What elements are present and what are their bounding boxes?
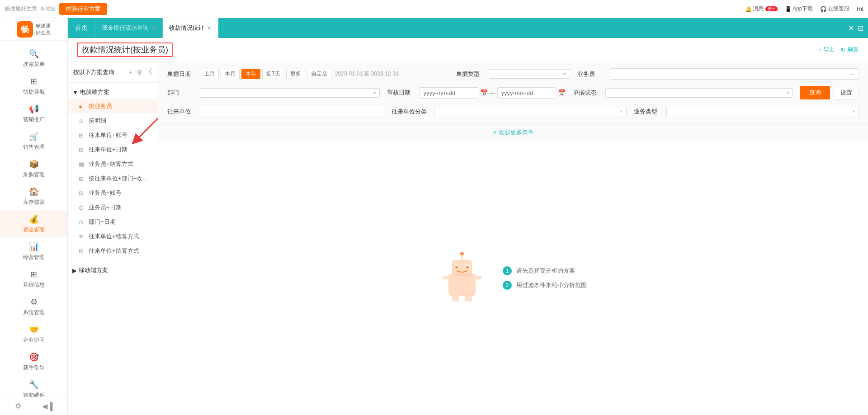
online-service[interactable]: 🎧 在线客服 xyxy=(820,5,849,13)
date-tab-last-month[interactable]: 上月 xyxy=(200,69,219,79)
collab-icon: 🤝 xyxy=(29,325,39,335)
counterpart-cat-select[interactable]: ▾ xyxy=(434,107,627,116)
scheme-item-salesperson-date[interactable]: ⊙ 业务员+日期 xyxy=(68,200,158,215)
window-maximize-icon[interactable]: ⊡ xyxy=(858,24,863,33)
active-scheme-icon: ● xyxy=(79,103,86,110)
biz-type-select[interactable]: ▾ xyxy=(666,107,859,116)
scheme-item-counterpart-account[interactable]: ⊞ 往来单位+账号 xyxy=(68,128,158,142)
date-separator: — xyxy=(490,90,495,96)
scheme-item-salesperson-settlement[interactable]: ▦ 业务员+结算方式 xyxy=(68,157,158,171)
grid3-icon: ⊞ xyxy=(79,146,86,153)
tab-receipts[interactable]: 收款情况统计 ✕ xyxy=(163,18,218,38)
collapse-sidebar-btn[interactable]: ◀▐ xyxy=(42,402,52,410)
tab-home[interactable]: 首页 xyxy=(68,18,95,38)
dept-chevron-icon: ▾ xyxy=(373,90,376,95)
salesperson-select[interactable]: ··· xyxy=(610,68,859,80)
audit-date-field: 📅 — 📅 xyxy=(420,87,566,99)
scheme-mobile-title[interactable]: ▶ 移动端方案 xyxy=(68,264,158,277)
sidebar-item-finance[interactable]: 💰 资金管理 xyxy=(0,210,67,237)
collapse-bar[interactable]: ∧ 收起更多条件 xyxy=(158,123,868,141)
audit-date-from-input[interactable] xyxy=(420,87,478,99)
system-icon: ⚙ xyxy=(30,297,38,307)
top-bar-right: 🔔 消息 99+ 📱 App下载 🎧 在线客服 Rit xyxy=(745,5,863,13)
refresh-button[interactable]: ↻ 刷新 xyxy=(840,46,859,54)
date-tab-this-year[interactable]: 本年 xyxy=(241,69,260,79)
counterpart-label: 往来单位 xyxy=(167,108,193,116)
sidebar-item-inventory[interactable]: 🏠 库存核算 xyxy=(0,182,67,210)
step-2-text: 用过滤条件来缩小分析范围 xyxy=(516,281,587,289)
dept-select[interactable]: ▾ xyxy=(200,88,380,98)
circle-icon: ⊙ xyxy=(79,204,86,211)
query-button[interactable]: 查询 xyxy=(800,86,830,99)
settings-scheme-btn[interactable]: ⚙ xyxy=(137,69,142,76)
search-icon: 🔍 xyxy=(29,49,39,59)
content-bottom: 1 请先选择要分析的方案 2 用过滤条件来缩小分析范围 xyxy=(158,141,868,415)
sidebar-item-collab[interactable]: 🤝 企业协同 xyxy=(0,320,67,348)
sidebar-item-operations[interactable]: 📊 经营管理 xyxy=(0,237,67,265)
refresh-icon: ↻ xyxy=(840,47,845,53)
basic-icon: ⊞ xyxy=(30,269,37,279)
scheme-item-counterpart-date[interactable]: ⊞ 往来单位+日期 xyxy=(68,142,158,157)
svg-point-8 xyxy=(460,252,464,255)
sidebar-item-sales[interactable]: 🛒 销售管理 xyxy=(0,127,67,155)
grid-icon: ⊞ xyxy=(30,76,37,86)
calendar-from-icon[interactable]: 📅 xyxy=(480,89,488,96)
notifications[interactable]: 🔔 消息 99+ xyxy=(745,5,778,13)
salesperson-label: 业务员 xyxy=(577,70,603,78)
top-bar-left: 畅捷通好生意 标准版 体验行业方案 xyxy=(5,3,745,15)
scheme-item-detail[interactable]: ≋ 按明细 xyxy=(68,113,158,128)
scheme-desktop-title[interactable]: ▼ 电脑端方案 xyxy=(68,85,158,99)
app-download[interactable]: 📱 App下载 xyxy=(785,5,813,13)
window-close-icon[interactable]: ✕ xyxy=(848,24,854,33)
date-tab-custom[interactable]: 自定义 xyxy=(307,69,331,79)
add-scheme-btn[interactable]: ＋ xyxy=(127,68,134,76)
scheme-panel: 按以下方案查询 ＋ ⚙ 《 xyxy=(68,62,158,415)
step-2-num: 2 xyxy=(503,281,512,290)
sidebar-item-system[interactable]: ⚙ 系统管理 xyxy=(0,292,67,320)
scheme-mobile-section: ▶ 移动端方案 xyxy=(68,261,158,280)
date-tab-more[interactable]: 更多 xyxy=(286,69,305,79)
scheme-item-dept-date[interactable]: ⊙ 部门+日期 xyxy=(68,215,158,229)
date-range-display: 2023-01-01 至 2023-12-31 xyxy=(335,70,399,78)
sidebar-item-marketing[interactable]: 📢 营销推广 xyxy=(0,99,67,127)
collapse-scheme-btn[interactable]: 《 xyxy=(145,67,152,77)
date-tab-7days[interactable]: 近7天 xyxy=(262,69,284,79)
svg-rect-12 xyxy=(465,295,472,302)
scheme-item-counterpart-settlement1[interactable]: ≋ 往来单位+结算方式 xyxy=(68,229,158,244)
scheme-item-counterpart-settlement2[interactable]: ⊞ 往来单位+结算方式 xyxy=(68,244,158,258)
sidebar-item-basic[interactable]: ⊞ 基础信息 xyxy=(0,265,67,292)
logo-icon: 畅 xyxy=(17,21,33,38)
scheme-item-salesperson[interactable]: ● 按业务员 xyxy=(68,99,158,113)
user-name[interactable]: Rit xyxy=(857,6,863,12)
doc-status-select[interactable]: ▾ xyxy=(605,88,793,98)
logo-text: 畅捷通好生意 xyxy=(36,23,51,36)
sidebar-item-quicknav[interactable]: ⊞ 快捷导航 xyxy=(0,72,67,99)
audit-date-to-input[interactable] xyxy=(497,87,556,99)
tab-close-cashflow[interactable]: ✕ xyxy=(151,25,156,31)
date-tab-this-month[interactable]: 本月 xyxy=(221,69,240,79)
marketing-icon: 📢 xyxy=(29,104,39,114)
counterpart-more-icon[interactable]: ··· xyxy=(373,108,378,115)
tab-cashflow[interactable]: 现金银行流水查询 ✕ xyxy=(95,18,163,38)
guide-icon: 🎯 xyxy=(29,352,39,362)
sidebar-item-hardware[interactable]: 🔧 智能硬件 xyxy=(0,375,67,397)
sidebar-item-guide[interactable]: 🎯 新手引导 xyxy=(0,348,67,375)
doc-type-select[interactable]: ▾ xyxy=(489,69,570,79)
export-button[interactable]: ↑ 导出 xyxy=(819,46,835,54)
dept-label: 部门 xyxy=(167,89,193,97)
tab-close-receipts[interactable]: ✕ xyxy=(207,25,212,31)
scheme-item-salesperson-account[interactable]: ⊞ 业务员+账号 xyxy=(68,186,158,200)
more-dots-icon[interactable]: ··· xyxy=(850,71,855,77)
cat-chevron-icon: ▾ xyxy=(620,109,623,114)
chevron-down-icon: ▼ xyxy=(72,89,78,96)
trial-button[interactable]: 体验行业方案 xyxy=(59,3,107,15)
chevron-down-icon: ▾ xyxy=(564,71,566,76)
sidebar-item-purchase[interactable]: 📦 采购管理 xyxy=(0,155,67,182)
settings-footer-btn[interactable]: ⚙ xyxy=(15,402,21,410)
scheme-item-counterpart-dept[interactable]: ⊞ 按往来单位+部门+收... xyxy=(68,171,158,186)
grid5-icon: ⊞ xyxy=(79,190,86,197)
calendar-to-icon[interactable]: 📅 xyxy=(558,89,566,96)
sidebar-item-search[interactable]: 🔍 搜索菜单 xyxy=(0,44,67,72)
counterpart-select[interactable]: ··· xyxy=(200,106,384,117)
settings-button[interactable]: 设置 xyxy=(834,86,859,99)
